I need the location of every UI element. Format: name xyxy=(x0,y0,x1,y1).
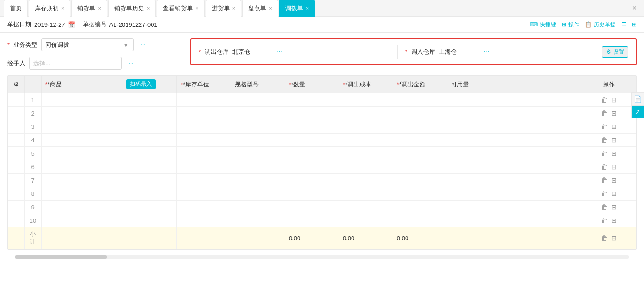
row-spec-cell[interactable] xyxy=(231,187,285,201)
row-cost-cell[interactable] xyxy=(339,134,393,147)
tab-inventory-check[interactable]: 盘点单 × xyxy=(242,0,278,17)
delete-icon[interactable]: 🗑 xyxy=(601,123,608,130)
tab-sales-order-close[interactable]: × xyxy=(98,6,101,11)
row-spec-cell[interactable] xyxy=(231,147,285,160)
row-qty-cell[interactable] xyxy=(285,201,339,214)
scan-btn[interactable]: 扫码录入 xyxy=(126,79,156,89)
view-toggle-list[interactable]: ☰ xyxy=(621,21,626,28)
copy-icon[interactable]: ⊞ xyxy=(611,190,617,197)
row-spec-cell[interactable] xyxy=(231,160,285,174)
row-unit-cell[interactable] xyxy=(177,107,231,120)
row-qty-cell[interactable] xyxy=(285,214,339,227)
tab-sales-history-close[interactable]: × xyxy=(147,6,150,11)
copy-icon[interactable]: ⊞ xyxy=(611,163,617,171)
row-cost-cell[interactable] xyxy=(339,147,393,160)
row-product-cell[interactable] xyxy=(41,120,122,134)
row-product-cell[interactable] xyxy=(41,107,122,120)
copy-icon[interactable]: ⊞ xyxy=(611,217,617,224)
row-unit-cell[interactable] xyxy=(177,214,231,227)
person-select[interactable]: 选择... xyxy=(29,57,122,70)
delete-icon[interactable]: 🗑 xyxy=(601,190,608,197)
row-product-cell[interactable] xyxy=(41,134,122,147)
row-cost-cell[interactable] xyxy=(339,93,393,107)
tab-purchase-order[interactable]: 进货单 × xyxy=(206,0,241,17)
row-amount-cell[interactable] xyxy=(393,93,447,107)
row-cost-cell[interactable] xyxy=(339,174,393,187)
row-product-cell[interactable] xyxy=(41,187,122,201)
copy-icon[interactable]: ⊞ xyxy=(611,96,617,104)
row-qty-cell[interactable] xyxy=(285,160,339,174)
business-type-more-btn[interactable]: ··· xyxy=(137,41,151,49)
delete-icon[interactable]: 🗑 xyxy=(601,234,608,242)
row-unit-cell[interactable] xyxy=(177,93,231,107)
row-amount-cell[interactable] xyxy=(393,107,447,120)
row-spec-cell[interactable] xyxy=(231,107,285,120)
person-more-btn[interactable]: ··· xyxy=(125,59,139,67)
transfer-out-more-btn[interactable]: ··· xyxy=(273,48,286,56)
copy-icon[interactable]: ⊞ xyxy=(611,177,617,184)
delete-icon[interactable]: 🗑 xyxy=(601,203,608,211)
tab-view-sales[interactable]: 查看销货单 × xyxy=(157,0,204,17)
side-expand-icon[interactable]: ↗ xyxy=(631,105,644,118)
business-type-select[interactable]: 同价调拨 ▾ xyxy=(41,38,134,51)
row-unit-cell[interactable] xyxy=(177,201,231,214)
row-spec-cell[interactable] xyxy=(231,120,285,134)
row-amount-cell[interactable] xyxy=(393,160,447,174)
row-qty-cell[interactable] xyxy=(285,147,339,160)
tab-transfer-order[interactable]: 调拨单 × xyxy=(279,0,315,17)
row-unit-cell[interactable] xyxy=(177,147,231,160)
row-amount-cell[interactable] xyxy=(393,120,447,134)
row-unit-cell[interactable] xyxy=(177,134,231,147)
tab-transfer-order-close[interactable]: × xyxy=(306,6,309,11)
copy-icon[interactable]: ⊞ xyxy=(611,234,617,242)
delete-icon[interactable]: 🗑 xyxy=(601,217,608,224)
row-product-cell[interactable] xyxy=(41,201,122,214)
row-amount-cell[interactable] xyxy=(393,214,447,227)
business-type-dropdown-icon[interactable]: ▾ xyxy=(122,42,129,49)
row-amount-cell[interactable] xyxy=(393,174,447,187)
tab-sales-history[interactable]: 销货单历史 × xyxy=(108,0,156,17)
row-cost-cell[interactable] xyxy=(339,187,393,201)
row-product-cell[interactable] xyxy=(41,174,122,187)
side-doc-icon[interactable]: 📄 xyxy=(631,92,644,105)
row-unit-cell[interactable] xyxy=(177,187,231,201)
tab-purchase-order-close[interactable]: × xyxy=(232,6,235,11)
tab-inventory-init-close[interactable]: × xyxy=(61,6,64,11)
row-spec-cell[interactable] xyxy=(231,174,285,187)
row-qty-cell[interactable] xyxy=(285,120,339,134)
row-unit-cell[interactable] xyxy=(177,120,231,134)
row-spec-cell[interactable] xyxy=(231,93,285,107)
shortcut-button[interactable]: ⌨ 快捷键 xyxy=(530,21,556,29)
row-amount-cell[interactable] xyxy=(393,134,447,147)
tab-bar-close[interactable]: × xyxy=(629,4,640,12)
copy-icon[interactable]: ⊞ xyxy=(611,123,617,130)
copy-icon[interactable]: ⊞ xyxy=(611,150,617,157)
row-amount-cell[interactable] xyxy=(393,147,447,160)
tab-sales-order[interactable]: 销货单 × xyxy=(71,0,107,17)
row-spec-cell[interactable] xyxy=(231,201,285,214)
row-qty-cell[interactable] xyxy=(285,187,339,201)
copy-icon[interactable]: ⊞ xyxy=(611,136,617,144)
delete-icon[interactable]: 🗑 xyxy=(601,136,608,144)
col-header-settings[interactable]: ⚙ xyxy=(8,76,24,93)
copy-icon[interactable]: ⊞ xyxy=(611,110,617,117)
operation-button[interactable]: ⊞ 操作 xyxy=(562,21,579,29)
delete-icon[interactable]: 🗑 xyxy=(601,110,608,117)
row-cost-cell[interactable] xyxy=(339,214,393,227)
row-amount-cell[interactable] xyxy=(393,201,447,214)
row-product-cell[interactable] xyxy=(41,214,122,227)
calendar-icon[interactable]: 📅 xyxy=(68,21,75,28)
delete-icon[interactable]: 🗑 xyxy=(601,177,608,184)
history-button[interactable]: 📋 历史单据 xyxy=(585,21,616,29)
transfer-in-more-btn[interactable]: ··· xyxy=(480,48,493,56)
row-product-cell[interactable] xyxy=(41,160,122,174)
delete-icon[interactable]: 🗑 xyxy=(601,96,608,104)
view-toggle-grid[interactable]: ⊞ xyxy=(632,21,637,28)
settings-button[interactable]: ⚙ 设置 xyxy=(602,46,628,58)
row-spec-cell[interactable] xyxy=(231,134,285,147)
col-header-scan[interactable]: 扫码录入 xyxy=(122,76,176,93)
row-qty-cell[interactable] xyxy=(285,134,339,147)
row-amount-cell[interactable] xyxy=(393,187,447,201)
row-product-cell[interactable] xyxy=(41,93,122,107)
tab-inventory-init[interactable]: 库存期初 × xyxy=(29,0,70,17)
